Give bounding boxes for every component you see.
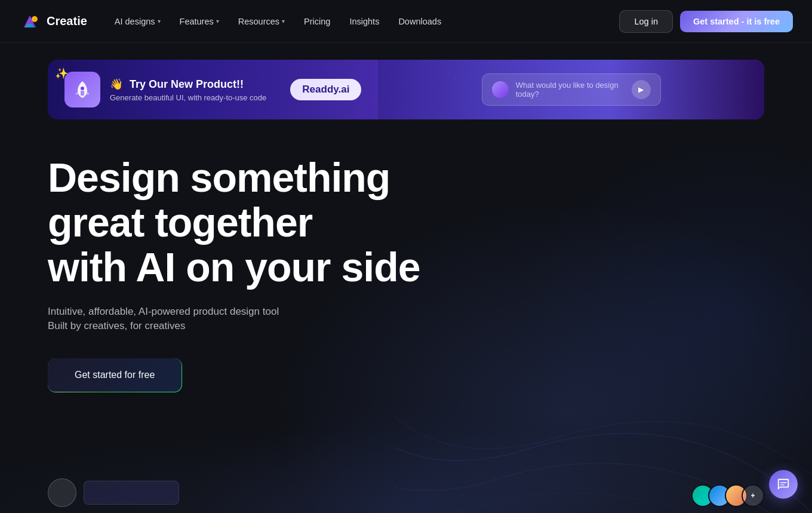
banner-product-icon [64,72,100,107]
promo-banner[interactable]: ✨ 👋 Try Our New Product!! Generate beaut… [48,60,764,119]
nav-item-resources[interactable]: Resources ▾ [230,12,293,31]
hero-heading: Design something great together with AI … [48,155,496,289]
hero-subtext-line1: Intuitive, affordable, AI-powered produc… [48,306,764,318]
banner-text: 👋 Try Our New Product!! Generate beautif… [110,78,266,102]
nav-item-features[interactable]: Features ▾ [171,12,227,31]
bottom-right-preview: + [691,484,764,513]
avatar-more: + [742,484,764,507]
banner-title: 👋 Try Our New Product!! [110,78,266,91]
banner-badge[interactable]: Readdy.ai [290,79,361,100]
get-started-button[interactable]: Get started - it is free [680,11,793,32]
hero-section: Design something great together with AI … [0,119,812,416]
logo-icon [19,11,41,32]
banner-right: What would you like to design today? ▶ [378,60,764,119]
preview-icon-circle [48,478,76,507]
banner-container: ✨ 👋 Try Our New Product!! Generate beaut… [48,60,764,119]
nav-item-insights[interactable]: Insights [341,12,387,31]
banner-left: ✨ 👋 Try Our New Product!! Generate beaut… [48,72,378,107]
sparkle-icon: ✨ [55,67,68,80]
chevron-down-icon: ▾ [216,18,219,24]
bottom-preview: + [0,453,812,513]
navbar-right: Log in Get started - it is free [619,10,793,33]
chat-icon [777,478,790,491]
banner-subtitle: Generate beautiful UI, with ready-to-use… [110,93,266,102]
chevron-down-icon: ▾ [282,18,285,24]
svg-point-1 [32,16,38,22]
preview-card [84,481,179,505]
hero-subtext-line2: Built by creatives, for creatives [48,320,764,332]
svg-point-2 [81,87,84,90]
banner-search-bar[interactable]: What would you like to design today? ▶ [482,73,661,106]
chevron-down-icon: ▾ [158,18,161,24]
hero-cta-button[interactable]: Get started for free [48,358,182,392]
banner-search-placeholder: What would you like to design today? [516,81,625,99]
nav-item-downloads[interactable]: Downloads [390,12,450,31]
logo[interactable]: Creatie [19,11,87,32]
chat-support-button[interactable] [769,470,798,499]
nav-item-pricing[interactable]: Pricing [296,12,339,31]
avatar-stack: + [691,484,764,507]
nav-menu: AI designs ▾ Features ▾ Resources ▾ Pric… [106,12,450,31]
banner-overlay: What would you like to design today? ▶ [378,60,764,119]
navbar-left: Creatie AI designs ▾ Features ▾ Resource… [19,11,450,32]
navbar: Creatie AI designs ▾ Features ▾ Resource… [0,0,812,43]
bottom-left-preview [48,478,179,513]
logo-text: Creatie [47,14,87,28]
login-button[interactable]: Log in [619,10,673,33]
banner-avatar [492,81,509,98]
banner-play-button[interactable]: ▶ [632,80,651,99]
hero-subtext: Intuitive, affordable, AI-powered produc… [48,306,764,332]
nav-item-ai-designs[interactable]: AI designs ▾ [106,12,169,31]
